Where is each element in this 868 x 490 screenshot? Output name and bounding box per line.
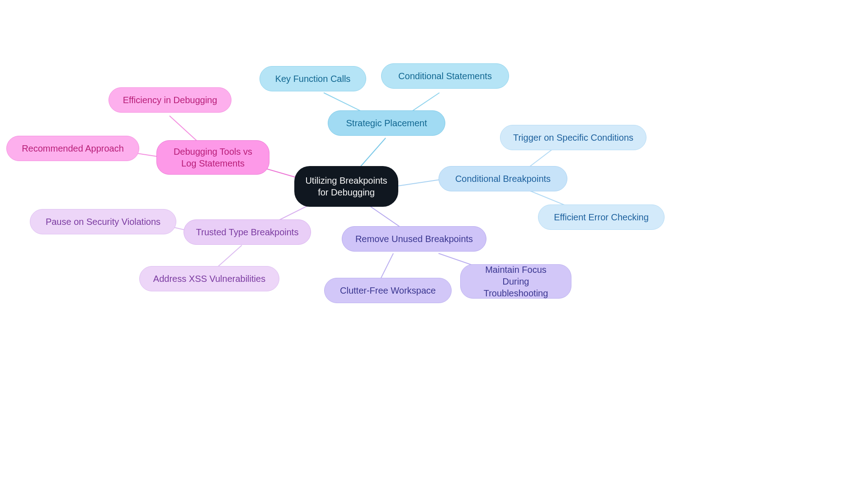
svg-line-7 — [380, 253, 393, 281]
node-clutter-free-workspace[interactable]: Clutter-Free Workspace — [324, 278, 452, 303]
node-trigger-conditions[interactable]: Trigger on Specific Conditions — [500, 125, 646, 150]
center-node[interactable]: Utilizing Breakpoints for Debugging — [294, 166, 398, 207]
node-maintain-focus[interactable]: Maintain Focus During Troubleshooting — [460, 264, 571, 299]
node-conditional-statements[interactable]: Conditional Statements — [381, 63, 509, 89]
node-efficient-error-checking[interactable]: Efficient Error Checking — [538, 205, 665, 230]
node-recommended-approach[interactable]: Recommended Approach — [6, 136, 139, 161]
node-pause-security-violations[interactable]: Pause on Security Violations — [30, 209, 176, 234]
node-debugging-tools-vs-log[interactable]: Debugging Tools vs Log Statements — [156, 140, 269, 175]
node-remove-unused-breakpoints[interactable]: Remove Unused Breakpoints — [342, 226, 486, 252]
svg-line-3 — [398, 179, 443, 186]
node-address-xss[interactable]: Address XSS Vulnerabilities — [139, 266, 279, 291]
node-conditional-breakpoints[interactable]: Conditional Breakpoints — [439, 166, 567, 191]
node-strategic-placement[interactable]: Strategic Placement — [328, 110, 445, 136]
node-trusted-type-breakpoints[interactable]: Trusted Type Breakpoints — [184, 219, 311, 245]
node-efficiency-debugging[interactable]: Efficiency in Debugging — [108, 87, 231, 113]
mindmap-canvas: Utilizing Breakpoints for Debugging Stra… — [0, 0, 868, 490]
node-key-function-calls[interactable]: Key Function Calls — [259, 66, 366, 91]
svg-line-6 — [366, 204, 402, 228]
